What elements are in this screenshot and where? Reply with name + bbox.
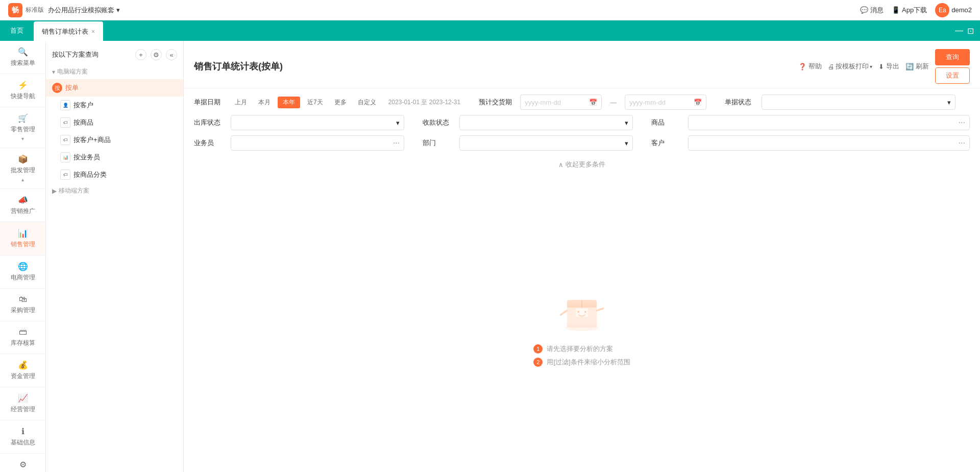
- delivery-status-label: 出库状态: [194, 118, 223, 127]
- app-label: App下载: [902, 6, 927, 15]
- scheme-by-category[interactable]: 🏷 按商品分类: [46, 166, 183, 183]
- tab-maximize-icon[interactable]: ⊡: [967, 26, 974, 36]
- salesperson-input[interactable]: ···: [231, 135, 404, 151]
- wholesale-expand-icon: ▴: [21, 177, 24, 182]
- quick-nav-icon: ⚡: [18, 80, 28, 90]
- export-button[interactable]: ⬇ 导出: [878, 62, 899, 71]
- print-button[interactable]: 🖨 按模板打印 ▾: [828, 62, 872, 71]
- message-label: 消息: [870, 6, 884, 15]
- sidebar-item-sales[interactable]: 📊 销售管理: [0, 222, 45, 255]
- sidebar-item-system[interactable]: ⚙ 系统管理: [0, 454, 45, 472]
- settings-button[interactable]: 设置: [935, 67, 970, 84]
- sidebar-item-retail[interactable]: 🛒 零售管理 ▾: [0, 107, 45, 148]
- scheme-by-salesperson[interactable]: 📊 按业务员: [46, 149, 183, 166]
- sidebar-item-search-menu-label: 搜索菜单: [11, 59, 35, 67]
- sidebar-item-finance-label: 资金管理: [11, 372, 35, 381]
- scheme-by-customer[interactable]: 👤 按客户: [46, 97, 183, 114]
- hint-2-text: 用[过滤]条件来缩小分析范围: [547, 358, 630, 367]
- last-7-days-btn[interactable]: 近7天: [303, 97, 327, 108]
- expected-date-start[interactable]: yyyy-mm-dd 📅: [520, 95, 602, 110]
- user-menu[interactable]: Ea demo2: [935, 3, 972, 17]
- by-customer-product-label: 按客户+商品: [74, 135, 111, 145]
- page-actions: ❓ 帮助 🖨 按模板打印 ▾ ⬇ 导出 🔄 刷新: [798, 49, 970, 84]
- section-pc-header[interactable]: ▾ 电脑端方案: [46, 64, 183, 79]
- this-year-btn[interactable]: 本年: [278, 97, 300, 108]
- sidebar-item-wholesale[interactable]: 📦 批发管理 ▴: [0, 148, 45, 189]
- customer-more-icon[interactable]: ···: [959, 138, 965, 148]
- payment-status-icon: ▾: [625, 119, 628, 127]
- sidebar-item-operations[interactable]: 📈 经营管理: [0, 387, 45, 420]
- date-range-text: 2023-01-01 至 2023-12-31: [388, 98, 460, 107]
- collapse-panel-button[interactable]: «: [166, 49, 177, 60]
- sidebar-item-purchase[interactable]: 🛍 采购管理: [0, 289, 45, 321]
- logo-icon: 畅: [8, 3, 22, 17]
- sidebar-item-finance[interactable]: 💰 资金管理: [0, 354, 45, 387]
- top-bar-right: 💬 消息 📱 App下载 Ea demo2: [860, 3, 972, 17]
- delivery-status-dropdown[interactable]: ▾: [231, 115, 404, 130]
- sidebar-item-basic-info[interactable]: ℹ 基础信息: [0, 420, 45, 454]
- settings-scheme-button[interactable]: ⚙: [151, 49, 162, 60]
- department-dropdown[interactable]: ▾: [459, 135, 633, 151]
- top-bar: 畅 标准版 办公用品行业模拟账套 ▾ 💬 消息 📱 App下载 Ea demo2: [0, 0, 980, 20]
- empty-hint-2: 2 用[过滤]条件来缩小分析范围: [533, 358, 630, 367]
- wholesale-icon: 📦: [18, 154, 28, 164]
- sidebar: 🔍 搜索菜单 ⚡ 快捷导航 🛒 零售管理 ▾ 📦 批发管理 ▴ 📣 营销推广 📊…: [0, 41, 46, 472]
- expected-date-end-placeholder: yyyy-mm-dd: [629, 99, 666, 106]
- collapse-up-icon: ∧: [558, 161, 564, 169]
- scheme-by-order[interactable]: 按 按单: [46, 79, 183, 97]
- salesperson-more-icon[interactable]: ···: [393, 138, 400, 148]
- status-dropdown[interactable]: ▾: [762, 95, 955, 110]
- finance-icon: 💰: [18, 360, 28, 370]
- app-icon: 📱: [892, 6, 900, 14]
- customer-input[interactable]: ···: [688, 135, 970, 151]
- refresh-button[interactable]: 🔄 刷新: [905, 62, 929, 71]
- collapse-bar[interactable]: ∧ 收起更多条件: [194, 156, 970, 173]
- scheme-by-product[interactable]: 🏷 按商品: [46, 114, 183, 131]
- sidebar-item-quick-nav[interactable]: ⚡ 快捷导航: [0, 74, 45, 107]
- help-button[interactable]: ❓ 帮助: [798, 62, 822, 71]
- expected-date-cal-icon: 📅: [589, 99, 597, 106]
- tab-sales-order[interactable]: 销售订单统计表 ×: [34, 21, 103, 42]
- sidebar-item-marketing[interactable]: 📣 营销推广: [0, 189, 45, 222]
- sidebar-item-ecommerce[interactable]: 🌐 电商管理: [0, 255, 45, 289]
- this-month-btn[interactable]: 本月: [254, 97, 275, 108]
- sidebar-item-basic-info-label: 基础信息: [11, 438, 35, 447]
- query-button[interactable]: 查询: [935, 49, 970, 65]
- retail-expand-icon: ▾: [21, 136, 24, 141]
- tab-home[interactable]: 首页: [0, 20, 34, 41]
- svg-rect-4: [576, 308, 589, 317]
- section-mobile-header[interactable]: ▶ 移动端方案: [46, 183, 183, 198]
- refresh-icon: 🔄: [905, 63, 914, 70]
- message-button[interactable]: 💬 消息: [860, 6, 884, 15]
- main-layout: 🔍 搜索菜单 ⚡ 快捷导航 🛒 零售管理 ▾ 📦 批发管理 ▴ 📣 营销推广 📊…: [0, 41, 980, 472]
- logo-area: 畅 标准版: [8, 3, 44, 17]
- tab-minimize-icon[interactable]: —: [955, 26, 963, 35]
- tab-home-label: 首页: [10, 26, 23, 35]
- sidebar-item-ecommerce-label: 电商管理: [11, 273, 35, 282]
- export-label: 导出: [886, 62, 899, 71]
- product-input[interactable]: ···: [688, 115, 970, 130]
- last-month-btn[interactable]: 上月: [231, 97, 251, 108]
- sidebar-item-search-menu[interactable]: 🔍 搜索菜单: [0, 41, 45, 74]
- app-download-button[interactable]: 📱 App下载: [892, 6, 927, 15]
- breadcrumb-select[interactable]: 办公用品行业模拟账套 ▾: [48, 6, 120, 15]
- sidebar-item-inventory-label: 库存核算: [11, 339, 35, 347]
- custom-date-btn[interactable]: 自定义: [354, 97, 380, 108]
- sidebar-item-purchase-label: 采购管理: [11, 306, 35, 315]
- content-area: 按以下方案查询 + ⚙ « ▾ 电脑端方案 按 按单 👤 按客户: [46, 41, 980, 472]
- expected-date-end[interactable]: yyyy-mm-dd 📅: [625, 95, 706, 110]
- scheme-by-customer-product[interactable]: 🏷 按客户+商品: [46, 131, 183, 149]
- more-date-btn[interactable]: 更多: [330, 97, 351, 108]
- section-mobile-label: 移动端方案: [59, 186, 89, 195]
- payment-status-dropdown[interactable]: ▾: [459, 115, 633, 130]
- product-more-icon[interactable]: ···: [959, 118, 965, 127]
- sidebar-item-quick-nav-label: 快捷导航: [11, 92, 35, 101]
- sidebar-item-inventory[interactable]: 🗃 库存核算: [0, 321, 45, 354]
- add-scheme-button[interactable]: +: [135, 49, 146, 60]
- sidebar-item-marketing-label: 营销推广: [11, 207, 35, 216]
- system-icon: ⚙: [19, 460, 27, 469]
- tab-close-icon[interactable]: ×: [91, 28, 95, 35]
- by-order-icon: 按: [52, 83, 62, 93]
- payment-status-label: 收款状态: [423, 118, 451, 127]
- operations-icon: 📈: [18, 393, 28, 403]
